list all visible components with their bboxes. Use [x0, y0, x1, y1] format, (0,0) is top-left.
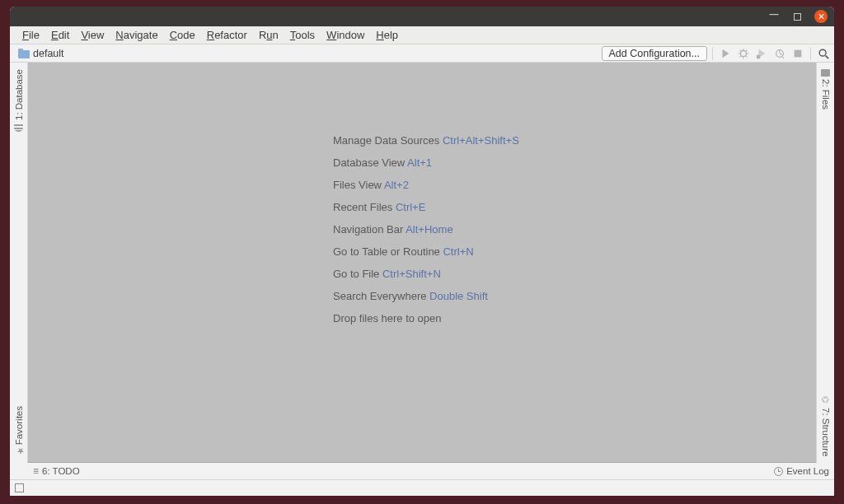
run-icon[interactable]	[718, 46, 733, 61]
tip-row: Drop files here to open	[333, 313, 519, 324]
tip-row: Go to File Ctrl+Shift+N	[333, 268, 519, 279]
profiler-icon[interactable]	[772, 46, 787, 61]
debug-icon[interactable]	[736, 46, 751, 61]
run-with-coverage-icon[interactable]	[754, 46, 769, 61]
tip-row: Files View Alt+2	[333, 180, 519, 190]
maximize-button[interactable]	[791, 11, 803, 22]
tip-row: Navigation Bar Alt+Home	[333, 224, 519, 235]
close-button[interactable]: ✕	[814, 10, 828, 23]
stop-icon[interactable]	[790, 46, 805, 61]
add-configuration-button[interactable]: Add Configuration...	[602, 46, 708, 61]
tip-row: Recent Files Ctrl+E	[333, 202, 519, 212]
tool-tabs-bottom: 6: TODO Event Log	[10, 463, 834, 479]
folder-icon	[821, 69, 830, 77]
menu-code[interactable]: Code	[164, 29, 201, 41]
menu-help[interactable]: Help	[370, 29, 404, 41]
minimize-button[interactable]: —	[768, 8, 780, 20]
app-window: — ✕ File Edit View Navigate Code Refacto…	[10, 7, 834, 496]
breadcrumb[interactable]: default	[13, 48, 64, 59]
favorites-tool-tab[interactable]: Favorites	[14, 403, 24, 460]
status-bar	[10, 479, 834, 496]
structure-icon	[821, 396, 830, 405]
menu-window[interactable]: Window	[321, 29, 370, 41]
tip-row: Manage Data Sources Ctrl+Alt+Shift+S	[333, 135, 519, 146]
tip-row: Database View Alt+1	[333, 157, 519, 168]
svg-rect-3	[795, 49, 802, 57]
project-name: default	[33, 48, 64, 59]
menu-navigate[interactable]: Navigate	[110, 29, 163, 41]
nav-toolbar: default Add Configuration...	[10, 44, 834, 63]
menu-view[interactable]: View	[75, 29, 110, 41]
right-gutter: 2: Files 7: Structure	[816, 63, 834, 463]
event-log-tab[interactable]: Event Log	[774, 466, 829, 476]
editor-empty-state[interactable]: Manage Data Sources Ctrl+Alt+Shift+S Dat…	[28, 63, 816, 463]
menu-refactor[interactable]: Refactor	[201, 29, 253, 41]
structure-tool-tab[interactable]: 7: Structure	[821, 393, 831, 460]
hide-tool-windows-icon[interactable]	[15, 483, 24, 492]
search-icon[interactable]	[816, 46, 831, 61]
svg-point-0	[741, 50, 747, 56]
welcome-tips: Manage Data Sources Ctrl+Alt+Shift+S Dat…	[333, 135, 519, 335]
menubar: File Edit View Navigate Code Refactor Ru…	[10, 26, 834, 44]
left-gutter: 1: Database Favorites	[10, 63, 28, 463]
folder-icon	[18, 49, 30, 58]
titlebar: — ✕	[10, 7, 834, 26]
files-tool-tab[interactable]: 2: Files	[821, 66, 831, 113]
database-tool-tab[interactable]: 1: Database	[14, 66, 24, 135]
menu-tools[interactable]: Tools	[284, 29, 321, 41]
tip-row: Go to Table or Routine Ctrl+N	[333, 246, 519, 257]
menu-edit[interactable]: Edit	[45, 29, 75, 41]
clock-icon	[774, 467, 783, 476]
tip-row: Search Everywhere Double Shift	[333, 291, 519, 301]
database-icon	[14, 123, 23, 132]
menu-file[interactable]: File	[16, 29, 45, 41]
svg-point-4	[819, 49, 826, 56]
svg-rect-1	[757, 54, 760, 58]
menu-run[interactable]: Run	[253, 29, 284, 41]
todo-tool-tab[interactable]: 6: TODO	[33, 465, 80, 477]
main-area: 1: Database Favorites Manage Data Source…	[10, 63, 834, 463]
star-icon	[14, 447, 23, 456]
todo-icon	[33, 465, 39, 477]
